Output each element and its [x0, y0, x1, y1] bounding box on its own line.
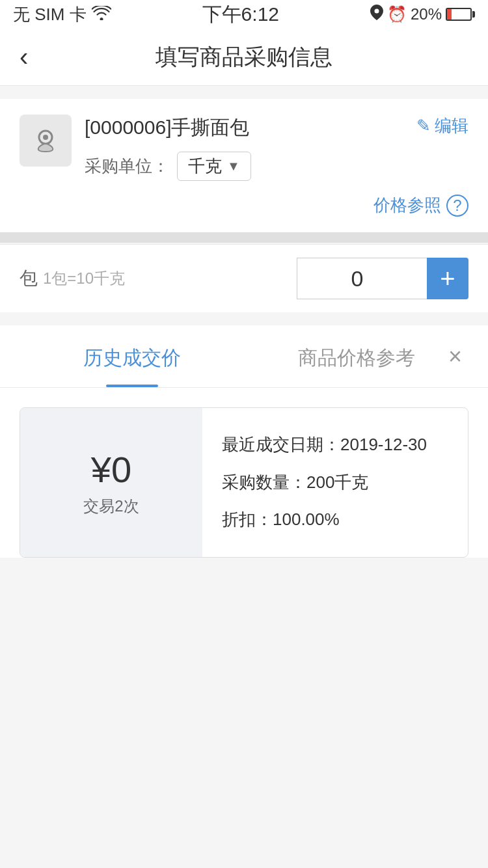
unit-select[interactable]: 千克 ▼ — [177, 152, 251, 181]
svg-point-1 — [43, 135, 48, 140]
location-icon — [370, 5, 383, 24]
unit-label: 采购单位： — [85, 155, 169, 178]
status-right: ⏰ 20% — [370, 5, 475, 24]
product-thumbnail — [20, 115, 72, 167]
tab-history-price-label: 历史成交价 — [83, 347, 181, 368]
price-card-right: 最近成交日期：2019-12-30 采购数量：200千克 折扣：100.00% — [202, 408, 468, 557]
status-time: 下午6:12 — [202, 1, 279, 28]
section-divider — [0, 232, 488, 243]
carrier-text: 无 SIM 卡 — [13, 3, 87, 26]
discount-row: 折扣：100.00% — [222, 506, 448, 534]
pkg-equiv: 1包=10千克 — [43, 268, 125, 289]
tabs-panel: 历史成交价 商品价格参考 × ¥0 交易2次 最近成交日期：2019-12-30… — [0, 325, 488, 558]
price-value: 0 — [111, 449, 131, 490]
unit-value: 千克 — [188, 155, 222, 178]
product-name: [0000006]手撕面包 — [85, 115, 251, 141]
purchase-qty-row: 采购数量：200千克 — [222, 469, 448, 496]
price-ref-button[interactable]: 价格参照 ? — [373, 194, 468, 217]
recent-date-row: 最近成交日期：2019-12-30 — [222, 431, 448, 459]
price-ref-help-icon: ? — [446, 195, 468, 217]
edit-label: 编辑 — [435, 115, 468, 137]
pkg-icon: 包 — [20, 266, 38, 291]
unit-dropdown-arrow: ▼ — [227, 159, 240, 174]
recent-date-value: 2019-12-30 — [340, 435, 427, 454]
purchase-qty-label: 采购数量： — [222, 472, 306, 492]
discount-value: 100.00% — [273, 509, 340, 529]
price-ref-label: 价格参照 — [373, 194, 441, 217]
edit-button[interactable]: ✎ 编辑 — [416, 115, 468, 137]
price-card: ¥0 交易2次 最近成交日期：2019-12-30 采购数量：200千克 折扣：… — [20, 407, 468, 558]
edit-icon: ✎ — [416, 116, 431, 136]
quantity-plus-button[interactable]: + — [427, 258, 468, 299]
back-button[interactable]: ‹ — [20, 42, 41, 72]
tab-close-button[interactable]: × — [442, 336, 468, 377]
product-bottom-row: 价格参照 ? — [20, 194, 468, 217]
product-header: [0000006]手撕面包 采购单位： 千克 ▼ ✎ 编辑 — [20, 115, 468, 181]
price-transactions: 交易2次 — [83, 496, 139, 517]
wifi-icon — [92, 5, 111, 25]
tab-price-reference[interactable]: 商品价格参考 — [244, 325, 468, 387]
price-amount: ¥0 — [91, 448, 131, 491]
currency-symbol: ¥ — [91, 449, 111, 490]
status-bar: 无 SIM 卡 下午6:12 ⏰ 20% — [0, 0, 488, 29]
product-card: [0000006]手撕面包 采购单位： 千克 ▼ ✎ 编辑 价格参照 ? — [0, 99, 488, 232]
tab-price-reference-label: 商品价格参考 — [298, 347, 415, 368]
status-left: 无 SIM 卡 — [13, 3, 111, 26]
quantity-input[interactable]: 0 — [297, 258, 427, 299]
battery-percentage: 20% — [411, 5, 442, 23]
tabs-header: 历史成交价 商品价格参考 × — [0, 325, 488, 388]
tab-history-price[interactable]: 历史成交价 — [20, 325, 244, 387]
purchase-qty-value: 200千克 — [306, 472, 368, 492]
price-card-left: ¥0 交易2次 — [20, 408, 202, 557]
recent-date-label: 最近成交日期： — [222, 435, 340, 454]
product-name-section: [0000006]手撕面包 采购单位： 千克 ▼ — [85, 115, 251, 181]
product-unit-row: 采购单位： 千克 ▼ — [85, 152, 251, 181]
quantity-row: 包 1包=10千克 0 + — [0, 244, 488, 312]
product-info: [0000006]手撕面包 采购单位： 千克 ▼ — [20, 115, 251, 181]
discount-label: 折扣： — [222, 509, 273, 529]
page-title: 填写商品采购信息 — [156, 42, 332, 72]
nav-bar: ‹ 填写商品采购信息 — [0, 29, 488, 86]
main-content — [0, 577, 488, 868]
pkg-label: 包 1包=10千克 — [20, 266, 125, 291]
alarm-icon: ⏰ — [387, 5, 407, 23]
quantity-control: 0 + — [297, 258, 468, 299]
battery-icon — [446, 8, 475, 21]
